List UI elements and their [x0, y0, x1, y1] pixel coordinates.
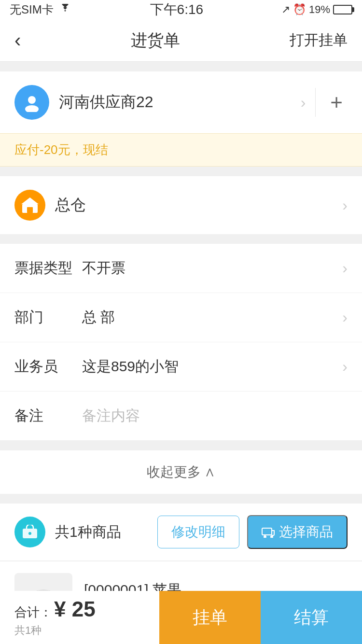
total-count: 共1种 — [14, 623, 145, 638]
warehouse-name: 总仓 — [55, 195, 337, 216]
staff-row[interactable]: 业务员 这是859的小智 › — [0, 342, 362, 392]
staff-value: 这是859的小智 — [72, 357, 337, 377]
checkout-button[interactable]: 结算 — [261, 591, 362, 644]
staff-chevron-icon: › — [342, 358, 348, 376]
total-section: 合计： ¥ 25 共1种 — [0, 591, 159, 644]
warehouse-row[interactable]: 总仓 › — [0, 176, 362, 234]
product-section-icon — [14, 517, 45, 547]
wifi-icon — [58, 3, 72, 16]
dept-row[interactable]: 部门 总 部 › — [0, 293, 362, 342]
svg-point-0 — [28, 96, 36, 104]
warehouse-icon — [14, 190, 45, 221]
bottom-bar: 合计： ¥ 25 共1种 挂单 结算 — [0, 591, 362, 644]
hang-button[interactable]: 挂单 — [159, 591, 261, 644]
ticket-type-chevron-icon: › — [342, 259, 348, 277]
svg-point-6 — [28, 532, 31, 535]
status-time: 下午6:16 — [150, 0, 204, 19]
carrier-label: 无SIM卡 — [10, 2, 54, 17]
total-amount: ¥ 25 — [54, 597, 96, 621]
alarm-icon: ⏰ — [293, 3, 306, 16]
collapse-button[interactable]: 收起更多 ∧ — [0, 450, 362, 494]
back-button[interactable]: ‹ — [14, 29, 21, 51]
ticket-type-value: 不开票 — [72, 258, 337, 278]
ticket-type-row[interactable]: 票据类型 不开票 › — [0, 244, 362, 293]
location-icon: ↗ — [281, 3, 290, 16]
warehouse-section: 总仓 › — [0, 176, 362, 234]
modify-detail-button[interactable]: 修改明细 — [157, 516, 239, 548]
staff-label: 业务员 — [14, 357, 72, 377]
battery-percent: 19% — [309, 3, 330, 16]
nav-bar: ‹ 进货单 打开挂单 — [0, 19, 362, 62]
status-right: ↗ ⏰ 19% — [281, 3, 352, 16]
open-hang-button[interactable]: 打开挂单 — [290, 30, 348, 50]
ticket-type-label: 票据类型 — [14, 258, 72, 278]
supplier-row[interactable]: 河南供应商22 › + — [0, 71, 362, 133]
supplier-avatar — [14, 85, 49, 120]
product-header: 共1种商品 修改明细 选择商品 — [0, 504, 362, 560]
svg-rect-7 — [262, 528, 272, 535]
page-title: 进货单 — [131, 29, 180, 52]
dept-label: 部门 — [14, 308, 72, 327]
remark-label: 备注 — [14, 406, 72, 426]
svg-point-8 — [264, 535, 266, 538]
dept-chevron-icon: › — [342, 308, 348, 326]
supplier-name: 河南供应商22 — [59, 92, 296, 113]
select-product-button[interactable]: 选择商品 — [247, 515, 348, 549]
warehouse-chevron-icon: › — [342, 196, 348, 214]
product-count-label: 共1种商品 — [55, 522, 157, 542]
supplier-divider — [315, 88, 316, 117]
battery-icon — [333, 5, 352, 14]
dept-value: 总 部 — [72, 308, 337, 327]
total-label: 合计： — [14, 604, 52, 621]
add-supplier-button[interactable]: + — [325, 90, 348, 114]
remark-input[interactable]: 备注内容 — [72, 406, 348, 426]
supplier-notice: 应付-20元，现结 — [0, 133, 362, 167]
svg-point-1 — [25, 105, 39, 112]
svg-rect-4 — [27, 207, 33, 213]
collapse-label: 收起更多 ∧ — [147, 464, 216, 479]
remark-row[interactable]: 备注 备注内容 — [0, 392, 362, 440]
svg-marker-3 — [21, 197, 39, 204]
status-left: 无SIM卡 — [10, 2, 72, 17]
supplier-chevron-icon: › — [301, 94, 306, 112]
supplier-section: 河南供应商22 › + 应付-20元，现结 — [0, 71, 362, 167]
select-product-label: 选择商品 — [279, 523, 333, 541]
form-section: 票据类型 不开票 › 部门 总 部 › 业务员 这是859的小智 › 备注 备注… — [0, 244, 362, 440]
status-bar: 无SIM卡 下午6:16 ↗ ⏰ 19% — [0, 0, 362, 19]
